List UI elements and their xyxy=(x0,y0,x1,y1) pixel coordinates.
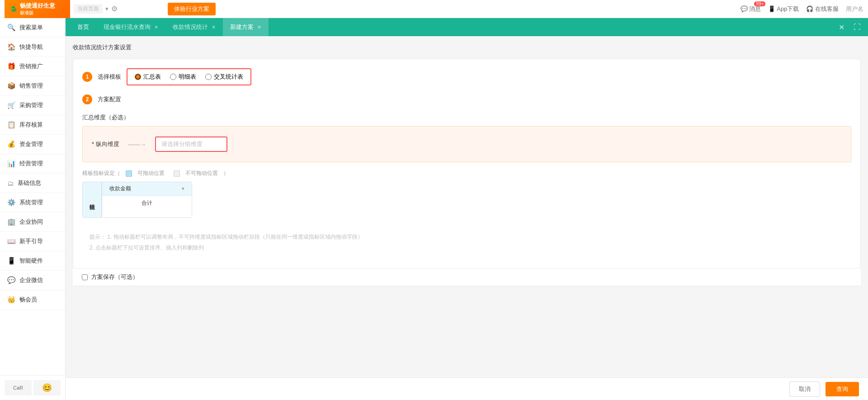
tab-collection-label: 收款情况统计 xyxy=(173,23,208,31)
sidebar: 🔍 搜索菜单 🏠 快捷导航 🎁 营销推广 📦 销售管理 🛒 采购管理 📋 库存核… xyxy=(0,18,66,400)
member-icon: 👑 xyxy=(7,296,16,304)
metrics-table-wrap: 统计指标 收款金额 ▾ 合计 xyxy=(82,182,851,218)
metrics-table: 收款金额 ▾ 合计 xyxy=(102,182,192,218)
section-card: 1 选择模板 汇总表 明细表 xyxy=(73,59,861,268)
current-page-title: 当前页面 xyxy=(74,4,103,14)
user-name[interactable]: 用户名 xyxy=(846,5,863,13)
tab-bar: 首页 现金银行流水查询 ✕ 收款情况统计 ✕ 新建方案 ✕ ✕ ⛶ xyxy=(66,18,868,36)
radio-detail[interactable]: 明细表 xyxy=(170,73,196,81)
download-icon: 📱 xyxy=(768,5,775,12)
tab-expand-btn[interactable]: ⛶ xyxy=(851,22,863,33)
sidebar-item-label: 采购管理 xyxy=(19,101,43,109)
tab-newplan[interactable]: 新建方案 ✕ xyxy=(223,18,269,36)
radio-cross-input[interactable] xyxy=(205,74,212,80)
sidebar-item-sales[interactable]: 📦 销售管理 xyxy=(0,76,65,96)
inventory-icon: 📋 xyxy=(7,121,16,129)
sidebar-bottom-btn1[interactable]: CaR xyxy=(5,380,32,395)
sidebar-item-finance[interactable]: 💰 资金管理 xyxy=(0,135,65,154)
save-checkbox[interactable] xyxy=(82,274,88,280)
sidebar-item-operations[interactable]: 📊 经营管理 xyxy=(0,154,65,174)
query-button[interactable]: 查询 xyxy=(826,382,859,396)
notification-badge: 99+ xyxy=(754,1,765,6)
metrics-hint-row: 模板指标设定（ 可拖动位置 不可拖动位置 ） xyxy=(82,169,851,177)
notification-area[interactable]: 💬 消息 99+ xyxy=(741,5,761,13)
tab-cashflow-label: 现金银行流水查询 xyxy=(104,23,151,31)
step2-section: 2 方案配置 汇总维度（必选） * 纵向维度 ——→ 请选择分组维度 xyxy=(82,94,851,259)
sidebar-item-collab[interactable]: 🏢 企业协同 xyxy=(0,212,65,232)
sidebar-item-label: 企业微信 xyxy=(19,276,43,284)
radio-detail-label: 明细表 xyxy=(179,73,196,81)
cancel-button[interactable]: 取消 xyxy=(789,381,820,397)
sidebar-bottom: CaR 😊 xyxy=(0,375,65,400)
trial-button[interactable]: 体验行业方案 xyxy=(168,3,216,15)
sidebar-item-label: 资金管理 xyxy=(19,140,43,148)
dimension-title: 汇总维度（必选） xyxy=(82,113,851,122)
tab-cashflow[interactable]: 现金银行流水查询 ✕ xyxy=(96,18,165,36)
sidebar-item-label: 营销推广 xyxy=(19,62,43,71)
sidebar-item-guide[interactable]: 📖 新手引导 xyxy=(0,232,65,251)
dimension-select[interactable]: 请选择分组维度 xyxy=(155,136,227,152)
tab-collection-close[interactable]: ✕ xyxy=(212,24,216,30)
tab-newplan-close[interactable]: ✕ xyxy=(257,24,261,30)
metrics-group-label: 统计指标 xyxy=(82,182,102,218)
sidebar-item-marketing[interactable]: 🎁 营销推广 xyxy=(0,57,65,76)
save-label[interactable]: 方案保存（可选） xyxy=(91,273,138,281)
sidebar-item-label: 快捷导航 xyxy=(19,43,43,51)
download-link[interactable]: 📱 App下载 xyxy=(768,5,799,13)
app-logo: 🐉 畅捷通好生意 标准版 xyxy=(5,0,70,18)
support-icon: 🎧 xyxy=(806,5,813,12)
radio-cross[interactable]: 交叉统计表 xyxy=(205,73,243,81)
tip2: 2. 点击标题栏下拉可设置排序、插入列和删除列 xyxy=(90,243,844,253)
tab-bar-right: ✕ ⛶ xyxy=(836,22,863,33)
page-breadcrumb-area: 当前页面 ▾ ⚙ xyxy=(74,4,164,14)
sidebar-item-label: 智能硬件 xyxy=(19,257,43,265)
movable-dot xyxy=(126,170,132,177)
dimension-row: * 纵向维度 ——→ 请选择分组维度 xyxy=(92,136,227,152)
radio-summary-input[interactable] xyxy=(135,74,141,80)
tab-cashflow-close[interactable]: ✕ xyxy=(154,24,158,30)
sidebar-item-label: 企业协同 xyxy=(19,218,43,226)
sidebar-item-hardware[interactable]: 📱 智能硬件 xyxy=(0,251,65,271)
page-content: 收款情况统计方案设置 1 选择模板 汇总表 xyxy=(66,36,868,377)
breadcrumb-arrow[interactable]: ▾ xyxy=(105,5,108,12)
tab-close-all-btn[interactable]: ✕ xyxy=(836,22,847,33)
gift-icon: 🎁 xyxy=(7,62,16,71)
sidebar-bottom-btn2[interactable]: 😊 xyxy=(33,380,61,395)
support-link[interactable]: 🎧 在线客服 xyxy=(806,5,839,13)
sidebar-item-purchase[interactable]: 🛒 采购管理 xyxy=(0,96,65,115)
radio-summary[interactable]: 汇总表 xyxy=(135,73,161,81)
main-content: 首页 现金银行流水查询 ✕ 收款情况统计 ✕ 新建方案 ✕ ✕ ⛶ 收款情况统计… xyxy=(66,18,868,400)
top-bar-right: 💬 消息 99+ 📱 App下载 🎧 在线客服 用户名 xyxy=(741,5,863,13)
tab-home[interactable]: 首页 xyxy=(70,23,96,31)
sidebar-item-basic[interactable]: 🗂 基础信息 xyxy=(0,174,65,193)
sales-icon: 📦 xyxy=(7,82,16,90)
template-options: 汇总表 明细表 交叉统计表 xyxy=(127,68,251,85)
sidebar-item-search[interactable]: 🔍 搜索菜单 xyxy=(0,18,65,38)
hardware-icon: 📱 xyxy=(7,257,16,265)
logo-icon: 🐉 xyxy=(10,5,17,12)
col1-dropdown-icon[interactable]: ▾ xyxy=(182,186,184,192)
step2-row: 2 方案配置 xyxy=(82,94,851,104)
sidebar-item-label: 经营管理 xyxy=(19,160,43,168)
basic-icon: 🗂 xyxy=(7,179,14,187)
sidebar-item-inventory[interactable]: 📋 库存核算 xyxy=(0,115,65,135)
sidebar-item-label: 销售管理 xyxy=(19,82,43,90)
sidebar-item-wechat[interactable]: 💬 企业微信 xyxy=(0,271,65,290)
movable-label: 可拖动位置 xyxy=(137,169,165,177)
page-header: 收款情况统计方案设置 xyxy=(73,43,861,52)
sidebar-item-quicknav[interactable]: 🏠 快捷导航 xyxy=(0,38,65,57)
tab-collection[interactable]: 收款情况统计 ✕ xyxy=(165,18,223,36)
purchase-icon: 🛒 xyxy=(7,101,16,109)
step1-num: 1 xyxy=(82,72,92,82)
settings-icon[interactable]: ⚙ xyxy=(111,5,118,13)
radio-detail-input[interactable] xyxy=(170,74,176,80)
col1-row1: 合计 xyxy=(102,196,192,211)
sidebar-item-member[interactable]: 👑 畅会员 xyxy=(0,290,65,310)
guide-icon: 📖 xyxy=(7,237,16,245)
sidebar-item-system[interactable]: ⚙️ 系统管理 xyxy=(0,193,65,212)
radio-summary-label: 汇总表 xyxy=(143,73,161,81)
page-body: 收款情况统计方案设置 1 选择模板 汇总表 xyxy=(66,36,868,400)
sidebar-item-label: 畅会员 xyxy=(19,296,37,304)
metrics-label: 模板指标设定（ xyxy=(82,169,120,177)
home-icon: 🏠 xyxy=(7,43,16,51)
